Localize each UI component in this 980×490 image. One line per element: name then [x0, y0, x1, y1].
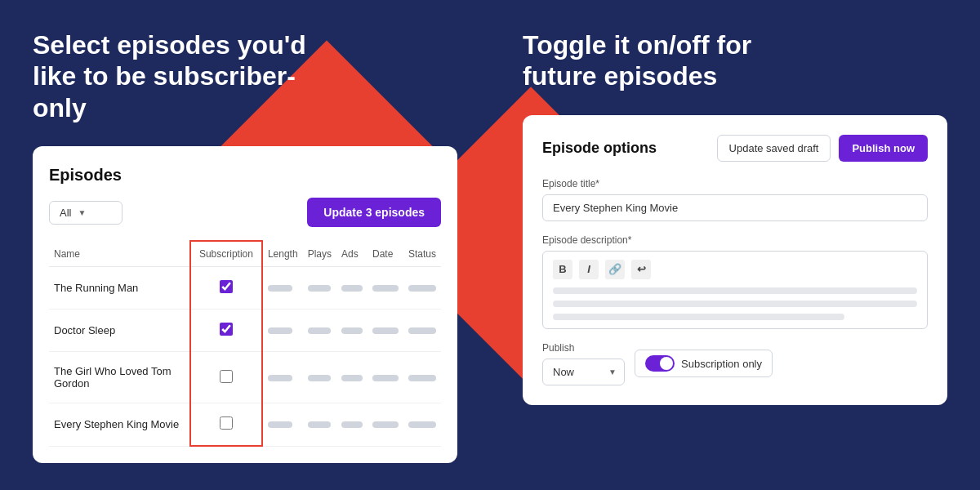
episode-name: Doctor Sleep	[49, 310, 190, 352]
desc-toolbar: B I 🔗 ↩	[553, 260, 917, 279]
bold-button[interactable]: B	[553, 260, 572, 279]
episodes-title: Episodes	[49, 166, 441, 185]
publish-row: Publish Now Schedule ▼ Subscription only	[542, 342, 928, 385]
subscription-checkbox[interactable]	[220, 416, 233, 430]
col-name: Name	[49, 241, 190, 267]
episode-ads	[336, 352, 368, 403]
description-area: B I 🔗 ↩	[542, 251, 928, 329]
episode-date	[368, 267, 403, 310]
col-status: Status	[403, 241, 441, 267]
col-ads: Ads	[336, 241, 368, 267]
link-button[interactable]: 🔗	[605, 260, 625, 279]
episode-status	[403, 403, 441, 447]
episode-date	[368, 403, 403, 447]
subscription-checkbox[interactable]	[220, 370, 233, 383]
table-row: The Girl Who Loved Tom Gordon	[49, 352, 441, 403]
options-title: Episode options	[542, 140, 657, 157]
episode-ads	[336, 267, 368, 310]
episode-title-field: Episode title*	[542, 178, 928, 234]
publish-select[interactable]: Now Schedule	[542, 359, 625, 385]
episode-ads	[336, 310, 368, 352]
episode-subscription-cell	[190, 267, 262, 310]
episode-length	[262, 310, 303, 352]
chevron-down-icon: ▼	[78, 208, 86, 217]
episode-subscription-cell	[190, 352, 262, 403]
subscription-checkbox[interactable]	[220, 323, 233, 336]
episode-plays	[303, 267, 336, 310]
col-subscription: Subscription	[190, 241, 262, 267]
options-card: Episode options Update saved draft Publi…	[523, 115, 947, 405]
filter-dropdown[interactable]: All ▼	[49, 201, 122, 225]
subscription-only-label: Subscription only	[681, 358, 762, 370]
publish-label: Publish	[542, 342, 625, 354]
update-draft-button[interactable]: Update saved draft	[717, 135, 831, 162]
table-row: Every Stephen King Movie	[49, 403, 441, 447]
toggle-knob	[660, 357, 673, 370]
left-panel: Select episodes you'd like to be subscri…	[0, 0, 490, 490]
episode-length	[262, 403, 303, 447]
desc-line-3	[553, 314, 844, 320]
episode-subscription-cell	[190, 310, 262, 352]
options-header: Episode options Update saved draft Publi…	[542, 135, 928, 162]
table-row: The Running Man	[49, 267, 441, 310]
episode-title-label: Episode title*	[542, 178, 928, 189]
episode-ads	[336, 403, 368, 447]
desc-line-2	[553, 301, 917, 307]
episode-description-label: Episode description*	[542, 234, 928, 246]
right-panel: Toggle it on/off for future episodes Epi…	[490, 0, 980, 490]
filter-value: All	[60, 207, 71, 219]
episode-plays	[303, 403, 336, 447]
episode-status	[403, 310, 441, 352]
episode-name: Every Stephen King Movie	[49, 403, 190, 447]
update-episodes-button[interactable]: Update 3 episodes	[307, 198, 441, 227]
episode-description-field: Episode description* B I 🔗 ↩	[542, 234, 928, 329]
episode-subscription-cell	[190, 403, 262, 447]
col-plays: Plays	[303, 241, 336, 267]
episode-name: The Girl Who Loved Tom Gordon	[49, 352, 190, 403]
description-placeholder-lines	[553, 287, 917, 320]
left-heading: Select episodes you'd like to be subscri…	[33, 29, 310, 123]
filter-row: All ▼ Update 3 episodes	[49, 198, 441, 227]
desc-line-1	[553, 287, 917, 294]
italic-button[interactable]: I	[579, 260, 599, 279]
episode-plays	[303, 310, 336, 352]
col-length: Length	[262, 241, 303, 267]
episode-status	[403, 352, 441, 403]
episode-title-input[interactable]	[542, 194, 928, 221]
right-heading: Toggle it on/off for future episodes	[523, 29, 817, 92]
episode-length	[262, 352, 303, 403]
episode-date	[368, 352, 403, 403]
episodes-card: Episodes All ▼ Update 3 episodes Name Su…	[33, 146, 457, 463]
episode-name: The Running Man	[49, 267, 190, 310]
publish-field: Publish Now Schedule ▼	[542, 342, 625, 385]
options-header-buttons: Update saved draft Publish now	[717, 135, 928, 162]
subscription-only-toggle-container[interactable]: Subscription only	[635, 350, 773, 377]
episode-date	[368, 310, 403, 352]
undo-button[interactable]: ↩	[631, 260, 651, 279]
publish-now-button[interactable]: Publish now	[839, 135, 928, 162]
publish-select-wrap: Now Schedule ▼	[542, 359, 625, 385]
subscription-only-toggle[interactable]	[645, 355, 675, 372]
episode-length	[262, 267, 303, 310]
episodes-table: Name Subscription Length Plays Ads Date …	[49, 240, 441, 447]
col-date: Date	[368, 241, 403, 267]
subscription-checkbox[interactable]	[220, 280, 233, 293]
episode-status	[403, 267, 441, 310]
episode-plays	[303, 352, 336, 403]
table-row: Doctor Sleep	[49, 310, 441, 352]
